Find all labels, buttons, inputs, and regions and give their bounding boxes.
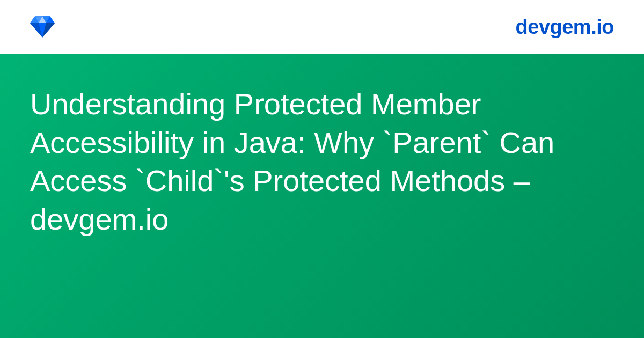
brand-text[interactable]: devgem.io bbox=[516, 16, 614, 39]
hero-banner: Understanding Protected Member Accessibi… bbox=[0, 54, 644, 338]
gem-logo-icon bbox=[30, 14, 55, 39]
header: devgem.io bbox=[0, 0, 644, 54]
page-title: Understanding Protected Member Accessibi… bbox=[30, 85, 610, 239]
